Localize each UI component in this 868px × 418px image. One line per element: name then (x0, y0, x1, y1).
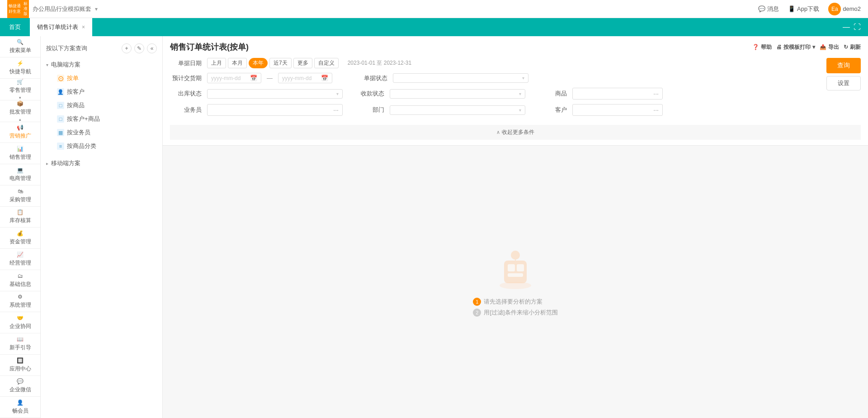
print-btn[interactable]: 🖨 按模板打印 ▾ (776, 43, 815, 51)
tree-item-by-customer[interactable]: 👤 按客户 (46, 85, 157, 99)
date-btn-more[interactable]: 更多 (293, 58, 312, 68)
collapse-row[interactable]: ∧ 收起更多条件 (170, 125, 861, 140)
by-salesman-icon: ▦ (57, 129, 64, 136)
message-btn[interactable]: 💬 消息 (758, 5, 779, 13)
salesman-label: 业务员 (170, 106, 202, 114)
sidebar-item-apps[interactable]: 🔲 应用中心 (0, 355, 40, 376)
refresh-btn[interactable]: ↻ 刷新 (844, 43, 861, 51)
svg-rect-1 (504, 261, 527, 283)
date-btn-7days[interactable]: 近7天 (269, 58, 292, 68)
payment-dropdown-icon: ▾ (519, 91, 521, 96)
sidebar-item-search[interactable]: 🔍 搜索菜单 (0, 36, 40, 57)
sidebar-item-finance[interactable]: 💰 资金管理 (0, 228, 40, 249)
tab-sales-statistics[interactable]: 销售订单统计表 × (30, 18, 92, 36)
date-btn-custom[interactable]: 自定义 (314, 58, 339, 68)
minimize-btn[interactable]: — (843, 23, 850, 31)
status-row: 出库状态 ▾ 收款状态 ▾ 商品 (170, 88, 817, 100)
by-goods-icon: □ (57, 102, 64, 109)
filter-right-actions: 查询 设置 (826, 58, 861, 90)
date-range-text: 2023-01-01 至 2023-12-31 (348, 59, 411, 67)
sidebar-item-system[interactable]: ⚙ 系统管理 (0, 291, 40, 313)
customer-label: 客户 (535, 106, 567, 114)
tree-item-by-salesman[interactable]: ▦ 按业务员 (46, 126, 157, 139)
settings-button[interactable]: 设置 (826, 76, 861, 90)
query-button[interactable]: 查询 (826, 58, 861, 73)
by-customer-goods-icon: □ (57, 115, 64, 123)
out-status-dropdown-icon: ▾ (336, 91, 339, 96)
customer-more-icon[interactable]: ··· (653, 106, 659, 114)
status-select[interactable]: ▾ (393, 73, 528, 83)
page-actions: ❓ 帮助 🖨 按模板打印 ▾ 📤 导出 ↻ (752, 43, 861, 51)
tree-item-by-category[interactable]: ≡ 按商品分类 (46, 139, 157, 153)
left-panel: 按以下方案查询 + ✎ « ▾ 电脑端方案 ⊙ 按单 👤 按 (41, 36, 163, 418)
pc-section-header[interactable]: ▾ 电脑端方案 (46, 58, 157, 71)
sidebar-item-purchase[interactable]: 🛍 采购管理 (0, 185, 40, 207)
wholesale-icon: 📦 (17, 100, 24, 107)
sidebar-item-operation[interactable]: 📈 经营管理 (0, 249, 40, 270)
sidebar-item-wholesale[interactable]: 📦 批发管理 ▴ (0, 100, 40, 122)
user-profile-btn[interactable]: Ea demo2 (828, 3, 861, 15)
sidebar-item-newbie[interactable]: 📖 新手引导 (0, 333, 40, 355)
help-btn[interactable]: ❓ 帮助 (752, 43, 772, 51)
goods-select[interactable]: ··· (572, 88, 663, 100)
person-row: 业务员 ··· 部门 ▾ 客户 (170, 104, 817, 116)
salesman-select[interactable]: ··· (207, 104, 343, 116)
sidebar-item-marketing[interactable]: 📢 营销推广 (0, 122, 40, 143)
workspace-dropdown-icon[interactable]: ▾ (95, 6, 98, 12)
svg-rect-2 (508, 264, 515, 271)
sidebar-item-wechat[interactable]: 💬 企业微信 (0, 376, 40, 397)
tree-item-by-customer-goods[interactable]: □ 按客户+商品 (46, 112, 157, 126)
sidebar-item-retail[interactable]: 🛒 零售管理 ▾ (0, 79, 40, 100)
topbar-right: 💬 消息 📱 App下载 Ea demo2 (758, 3, 861, 15)
apps-icon: 🔲 (17, 357, 24, 364)
expected-date-start[interactable]: yyyy-mm-dd 📅 (207, 73, 261, 83)
print-dropdown-icon: ▾ (812, 44, 815, 50)
salesman-more-icon[interactable]: ··· (333, 106, 339, 114)
sidebar: 🔍 搜索菜单 ⚡ 快捷导航 🛒 零售管理 ▾ 📦 批发管理 ▴ 📢 营销推广 📊… (0, 36, 41, 418)
operation-icon: 📈 (17, 252, 24, 258)
panel-collapse-btn[interactable]: « (147, 43, 157, 53)
sidebar-item-enterprise[interactable]: 🤝 企业协同 (0, 312, 40, 333)
payment-status-select[interactable]: ▾ (390, 89, 525, 99)
panel-edit-btn[interactable]: ✎ (134, 43, 144, 53)
date-btn-group: 上月 本月 本年 近7天 更多 自定义 (207, 58, 339, 68)
logo: 畅捷通好生意 标准版 (7, 0, 29, 18)
date-btn-this-month[interactable]: 本月 (228, 58, 247, 68)
pc-section-arrow: ▾ (46, 62, 48, 67)
sidebar-item-basic[interactable]: 🗂 基础信息 (0, 270, 40, 291)
tree-item-by-order[interactable]: ⊙ 按单 (46, 71, 157, 85)
content: 按以下方案查询 + ✎ « ▾ 电脑端方案 ⊙ 按单 👤 按 (41, 36, 868, 418)
tree-item-by-goods[interactable]: □ 按商品 (46, 99, 157, 112)
expected-date-row: 预计交货期 yyyy-mm-dd 📅 — yyyy-mm-dd 📅 单据状态 (170, 73, 817, 83)
sidebar-item-quick-nav[interactable]: ⚡ 快捷导航 (0, 57, 40, 79)
by-order-icon: ⊙ (57, 75, 64, 82)
purchase-icon: 🛍 (18, 188, 23, 195)
maximize-btn[interactable]: ⛶ (854, 23, 861, 31)
expected-date-end[interactable]: yyyy-mm-dd 📅 (278, 73, 332, 83)
customer-select[interactable]: ··· (572, 104, 663, 116)
sidebar-item-inventory[interactable]: 📋 库存核算 (0, 207, 40, 228)
sidebar-item-member[interactable]: 👤 畅会员 (0, 397, 40, 418)
export-btn[interactable]: 📤 导出 (820, 43, 839, 51)
date-btn-last-month[interactable]: 上月 (207, 58, 226, 68)
avatar: Ea (828, 3, 841, 15)
export-icon: 📤 (820, 44, 826, 50)
tab-close-btn[interactable]: × (82, 24, 85, 30)
app-download-btn[interactable]: 📱 App下载 (788, 5, 819, 13)
tab-home[interactable]: 首页 (0, 18, 30, 36)
panel-header: 按以下方案查询 + ✎ « (41, 41, 162, 56)
panel-add-btn[interactable]: + (122, 43, 132, 53)
goods-more-icon[interactable]: ··· (653, 90, 659, 97)
svg-point-5 (511, 251, 520, 260)
sidebar-item-sales[interactable]: 📊 销售管理 (0, 143, 40, 164)
topbar-left: 畅捷通好生意 标准版 办公用品行业模拟账套 ▾ (7, 0, 98, 18)
dept-select[interactable]: ▾ (390, 105, 525, 115)
sidebar-item-ecommerce[interactable]: 💻 电商管理 (0, 164, 40, 185)
date-btn-this-year[interactable]: 本年 (249, 58, 268, 68)
page-title-row: 销售订单统计表(按单) ❓ 帮助 🖨 按模板打印 ▾ 📤 (170, 42, 861, 52)
mobile-section-header[interactable]: ▸ 移动端方案 (46, 157, 157, 170)
dept-label: 部门 (353, 106, 384, 114)
finance-icon: 💰 (17, 230, 24, 237)
svg-rect-3 (517, 264, 524, 271)
out-status-select[interactable]: ▾ (207, 89, 343, 99)
